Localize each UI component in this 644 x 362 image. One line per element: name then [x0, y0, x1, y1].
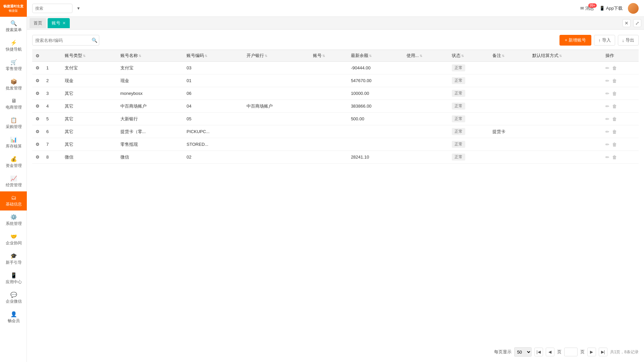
- sort-icon-account: ⇅: [322, 54, 325, 58]
- edit-icon-2[interactable]: ✏: [605, 91, 609, 96]
- row-gear-7[interactable]: ⚙: [32, 151, 43, 164]
- last-page-button[interactable]: ▶|: [599, 348, 607, 356]
- delete-icon-3[interactable]: 🗑: [612, 104, 617, 109]
- row-gear-1[interactable]: ⚙: [32, 74, 43, 87]
- header-dropdown[interactable]: ▼: [76, 6, 80, 11]
- row-settings-icon-5[interactable]: ⚙: [36, 129, 40, 134]
- purchase-mgmt-icon: 📋: [2, 117, 25, 123]
- row-settings-icon-4[interactable]: ⚙: [36, 116, 40, 121]
- export-button[interactable]: ↓ 导出: [618, 35, 639, 46]
- row-gear-5[interactable]: ⚙: [32, 125, 43, 138]
- row-settings-icon-7[interactable]: ⚙: [36, 155, 40, 160]
- row-gear-0[interactable]: ⚙: [32, 62, 43, 74]
- delete-icon-0[interactable]: 🗑: [612, 65, 617, 71]
- tab-close-all-button[interactable]: ✕: [623, 19, 631, 27]
- sidebar-item-capital-mgmt[interactable]: 💰资金管理: [0, 153, 27, 172]
- edit-icon-5[interactable]: ✏: [605, 129, 609, 134]
- row-settle-3: [529, 100, 602, 113]
- row-type-6: 其它: [61, 138, 117, 151]
- prev-page-button[interactable]: ◀: [546, 348, 554, 356]
- top-search-input[interactable]: [32, 4, 72, 13]
- user-avatar[interactable]: [628, 3, 639, 14]
- system-mgmt-icon: ⚙️: [2, 214, 25, 220]
- delete-icon-6[interactable]: 🗑: [612, 142, 617, 147]
- row-status-4: 正常: [448, 113, 489, 125]
- col-header-status[interactable]: 状态⇅: [448, 50, 489, 62]
- sidebar-item-operations-mgmt[interactable]: 📈经营管理: [0, 172, 27, 191]
- row-type-1: 现金: [61, 74, 117, 87]
- row-account-4: [310, 113, 347, 125]
- row-settings-icon-3[interactable]: ⚙: [36, 104, 40, 109]
- row-remark-3: [489, 100, 529, 113]
- export-label: 导出: [626, 37, 634, 43]
- row-gear-2[interactable]: ⚙: [32, 87, 43, 100]
- app-download-button[interactable]: 📱 App下载: [599, 5, 623, 11]
- row-gear-3[interactable]: ⚙: [32, 100, 43, 113]
- sidebar-item-app-center[interactable]: 📱应用中心: [0, 269, 27, 288]
- col-header-name[interactable]: 账号名称⇅: [117, 50, 183, 62]
- sidebar-item-corp-agreement[interactable]: 🤝企业协同: [0, 230, 27, 249]
- sidebar-item-retail-mgmt[interactable]: 🛒零售管理: [0, 56, 27, 75]
- operations-mgmt-icon: 📈: [2, 175, 25, 182]
- delete-icon-5[interactable]: 🗑: [612, 129, 617, 134]
- tab-close-account[interactable]: ✕: [62, 21, 66, 25]
- row-remark-0: [489, 62, 529, 74]
- row-code-6: STORED...: [183, 138, 243, 151]
- delete-icon-2[interactable]: 🗑: [612, 91, 617, 96]
- row-settings-icon-1[interactable]: ⚙: [36, 78, 40, 83]
- edit-icon-0[interactable]: ✏: [605, 65, 609, 71]
- search-icon[interactable]: 🔍: [92, 38, 97, 43]
- import-button[interactable]: ↑ 导入: [594, 35, 615, 46]
- add-account-button[interactable]: + 新增账号: [559, 35, 591, 46]
- tab-fullscreen-button[interactable]: ⤢: [633, 19, 641, 27]
- col-header-code[interactable]: 账号编码⇅: [183, 50, 243, 62]
- row-name-0: 支付宝: [117, 62, 183, 74]
- sort-icon-bank: ⇅: [265, 54, 267, 58]
- delete-icon-1[interactable]: 🗑: [612, 78, 617, 83]
- sidebar-item-corp-wechat[interactable]: 💬企业微信: [0, 288, 27, 308]
- page-input[interactable]: 1: [564, 348, 578, 356]
- tab-home[interactable]: 首页: [30, 18, 46, 28]
- col-header-balance[interactable]: 最新余额⇅: [347, 50, 403, 62]
- sidebar-item-ecommerce-mgmt[interactable]: 🖥电商管理: [0, 95, 27, 114]
- col-header-default_settle[interactable]: 默认结算方式⇅: [529, 50, 602, 62]
- delete-icon-7[interactable]: 🗑: [612, 155, 617, 160]
- edit-icon-7[interactable]: ✏: [605, 155, 609, 160]
- row-settings-icon-2[interactable]: ⚙: [36, 91, 40, 96]
- first-page-button[interactable]: |◀: [534, 348, 543, 356]
- sidebar-item-member[interactable]: 👤畅会员: [0, 308, 27, 327]
- sidebar-item-search-menu[interactable]: 🔍搜索菜单: [0, 17, 27, 36]
- sidebar-item-quick-nav[interactable]: ⚡快捷导航: [0, 36, 27, 56]
- row-account-3: [310, 100, 347, 113]
- per-page-select[interactable]: 102050100: [514, 347, 532, 357]
- col-header-usage[interactable]: 使用...⇅: [403, 50, 448, 62]
- settings-icon[interactable]: ⚙: [36, 53, 40, 58]
- row-account-5: [310, 125, 347, 138]
- edit-icon-1[interactable]: ✏: [605, 78, 609, 83]
- row-settings-icon-0[interactable]: ⚙: [36, 65, 40, 70]
- next-page-button[interactable]: ▶: [587, 348, 596, 356]
- sidebar-item-wholesale-mgmt[interactable]: 📦批发管理: [0, 75, 27, 95]
- row-gear-6[interactable]: ⚙: [32, 138, 43, 151]
- delete-icon-4[interactable]: 🗑: [612, 116, 617, 122]
- col-header-bank[interactable]: 开户银行⇅: [243, 50, 310, 62]
- sidebar-item-system-mgmt[interactable]: ⚙️系统管理: [0, 210, 27, 230]
- sidebar-item-inventory-calc[interactable]: 📊库存核算: [0, 133, 27, 153]
- row-settings-icon-6[interactable]: ⚙: [36, 142, 40, 147]
- sidebar-item-newbie-guide[interactable]: 🎓新手引导: [0, 249, 27, 269]
- col-header-type[interactable]: 账号类型⇅: [61, 50, 117, 62]
- tab-account[interactable]: 账号✕: [48, 18, 70, 28]
- sidebar-item-purchase-mgmt[interactable]: 📋采购管理: [0, 114, 27, 133]
- col-header-remark[interactable]: 备注⇅: [489, 50, 529, 62]
- edit-icon-4[interactable]: ✏: [605, 116, 609, 122]
- edit-icon-3[interactable]: ✏: [605, 104, 609, 109]
- search-input[interactable]: [32, 35, 99, 46]
- message-button[interactable]: ✉ 消息 99+: [580, 5, 594, 11]
- tab-label-account: 账号: [52, 20, 60, 26]
- sidebar-item-basic-info[interactable]: 🗂基础信息: [0, 191, 27, 210]
- row-num-6: 7: [43, 138, 61, 151]
- quick-nav-icon: ⚡: [2, 40, 25, 46]
- col-header-account[interactable]: 账号⇅: [310, 50, 347, 62]
- edit-icon-6[interactable]: ✏: [605, 142, 609, 147]
- row-gear-4[interactable]: ⚙: [32, 113, 43, 125]
